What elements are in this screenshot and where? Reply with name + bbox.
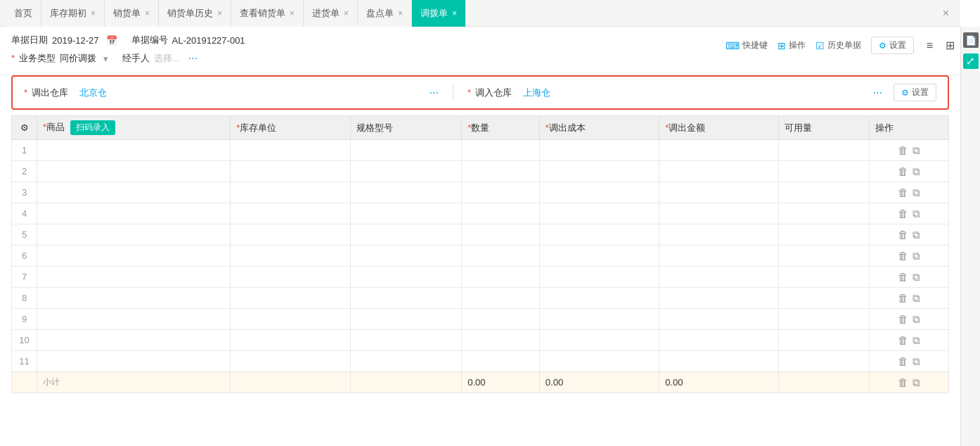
- cell-available-3[interactable]: [779, 182, 870, 203]
- cell-product-5[interactable]: [37, 224, 231, 246]
- cell-qty-1[interactable]: [462, 140, 540, 161]
- cell-spec-10[interactable]: [350, 330, 462, 351]
- warehouse-in-more-icon[interactable]: ···: [873, 87, 882, 99]
- tab-close-inventory-check[interactable]: ×: [398, 8, 403, 18]
- tab-inventory-init[interactable]: 库存期初×: [41, 0, 105, 27]
- cell-spec-3[interactable]: [350, 182, 462, 203]
- cell-product-7[interactable]: [37, 267, 231, 288]
- cell-unit-9[interactable]: [231, 309, 350, 330]
- cell-unit-8[interactable]: [231, 288, 350, 309]
- delete-icon-11[interactable]: 🗑: [898, 355, 908, 367]
- layout2-icon[interactable]: ⊞: [946, 39, 955, 52]
- cell-amount-8[interactable]: [659, 288, 779, 309]
- tab-home[interactable]: 首页: [6, 0, 41, 27]
- warehouse-out-more-icon[interactable]: ···: [430, 87, 439, 99]
- cell-cost-6[interactable]: [539, 246, 659, 267]
- cell-available-2[interactable]: [779, 161, 870, 182]
- cell-unit-2[interactable]: [231, 161, 350, 182]
- cell-spec-7[interactable]: [350, 267, 462, 288]
- cell-spec-2[interactable]: [350, 161, 462, 182]
- copy-icon-10[interactable]: ⧉: [913, 334, 920, 347]
- sidebar-expand-icon[interactable]: ⤢: [963, 53, 979, 69]
- cell-cost-3[interactable]: [539, 182, 659, 203]
- cell-unit-11[interactable]: [231, 351, 350, 372]
- cell-spec-8[interactable]: [350, 288, 462, 309]
- cell-amount-7[interactable]: [659, 267, 779, 288]
- cell-available-10[interactable]: [779, 330, 870, 351]
- delete-icon-6[interactable]: 🗑: [898, 250, 908, 262]
- cell-unit-1[interactable]: [231, 140, 350, 161]
- tab-close-sales-history[interactable]: ×: [217, 8, 222, 18]
- cell-available-1[interactable]: [779, 140, 870, 161]
- sidebar-doc-icon[interactable]: 📄: [963, 32, 979, 48]
- calendar-icon[interactable]: 📅: [106, 35, 117, 46]
- cell-spec-6[interactable]: [350, 246, 462, 267]
- cell-qty-5[interactable]: [462, 224, 540, 246]
- tab-sales-history[interactable]: 销货单历史×: [159, 0, 231, 27]
- tab-inventory-check[interactable]: 盘点单×: [358, 0, 412, 27]
- cell-qty-3[interactable]: [462, 182, 540, 203]
- cell-cost-4[interactable]: [539, 203, 659, 224]
- tab-close-view-sales[interactable]: ×: [290, 8, 295, 18]
- copy-icon-9[interactable]: ⧉: [913, 313, 920, 326]
- cell-product-8[interactable]: [37, 288, 231, 309]
- cell-qty-7[interactable]: [462, 267, 540, 288]
- cell-available-4[interactable]: [779, 203, 870, 224]
- scan-button[interactable]: 扫码录入: [70, 120, 115, 135]
- cell-amount-2[interactable]: [659, 161, 779, 182]
- tab-purchase[interactable]: 进货单×: [304, 0, 358, 27]
- handler-more-icon[interactable]: ···: [188, 52, 198, 65]
- cell-cost-10[interactable]: [539, 330, 659, 351]
- delete-icon-4[interactable]: 🗑: [898, 208, 908, 219]
- cell-spec-5[interactable]: [350, 224, 462, 246]
- cell-qty-11[interactable]: [462, 351, 540, 372]
- cell-spec-11[interactable]: [350, 351, 462, 372]
- cell-product-2[interactable]: [37, 161, 231, 182]
- cell-cost-2[interactable]: [539, 161, 659, 182]
- cell-amount-4[interactable]: [659, 203, 779, 224]
- cell-cost-11[interactable]: [539, 351, 659, 372]
- subtotal-delete-icon[interactable]: 🗑: [898, 376, 908, 388]
- history-button[interactable]: ☑ 历史单据: [815, 39, 861, 51]
- business-type-dropdown-icon[interactable]: ▾: [103, 53, 108, 64]
- cell-amount-6[interactable]: [659, 246, 779, 267]
- cell-qty-4[interactable]: [462, 203, 540, 224]
- layout1-icon[interactable]: ≡: [927, 39, 933, 52]
- tab-transfer[interactable]: 调拨单×: [412, 0, 465, 27]
- cell-spec-1[interactable]: [350, 140, 462, 161]
- cell-spec-9[interactable]: [350, 309, 462, 330]
- tab-close-sales-order[interactable]: ×: [145, 8, 150, 18]
- col-gear[interactable]: ⚙: [12, 116, 37, 140]
- delete-icon-10[interactable]: 🗑: [898, 334, 908, 346]
- copy-icon-7[interactable]: ⧉: [913, 271, 920, 283]
- cell-spec-4[interactable]: [350, 203, 462, 224]
- tab-close-purchase[interactable]: ×: [344, 8, 349, 18]
- cell-product-4[interactable]: [37, 203, 231, 224]
- cell-cost-5[interactable]: [539, 224, 659, 246]
- cell-unit-4[interactable]: [231, 203, 350, 224]
- cell-amount-9[interactable]: [659, 309, 779, 330]
- cell-unit-5[interactable]: [231, 224, 350, 246]
- copy-icon-8[interactable]: ⧉: [913, 292, 920, 305]
- cell-amount-10[interactable]: [659, 330, 779, 351]
- cell-product-6[interactable]: [37, 246, 231, 267]
- delete-icon-9[interactable]: 🗑: [898, 313, 908, 325]
- operation-button[interactable]: ⊞ 操作: [778, 39, 806, 51]
- cell-unit-3[interactable]: [231, 182, 350, 203]
- cell-amount-1[interactable]: [659, 140, 779, 161]
- cell-product-11[interactable]: [37, 351, 231, 372]
- delete-icon-1[interactable]: 🗑: [898, 144, 908, 156]
- subtotal-copy-icon[interactable]: ⧉: [913, 376, 920, 389]
- copy-icon-4[interactable]: ⧉: [913, 208, 920, 220]
- cell-available-5[interactable]: [779, 224, 870, 246]
- delete-icon-8[interactable]: 🗑: [898, 292, 908, 304]
- cell-qty-6[interactable]: [462, 246, 540, 267]
- cell-available-11[interactable]: [779, 351, 870, 372]
- cell-qty-10[interactable]: [462, 330, 540, 351]
- cell-qty-2[interactable]: [462, 161, 540, 182]
- cell-unit-6[interactable]: [231, 246, 350, 267]
- tab-view-sales[interactable]: 查看销货单×: [231, 0, 304, 27]
- copy-icon-2[interactable]: ⧉: [913, 165, 920, 178]
- copy-icon-3[interactable]: ⧉: [913, 186, 920, 199]
- cell-qty-8[interactable]: [462, 288, 540, 309]
